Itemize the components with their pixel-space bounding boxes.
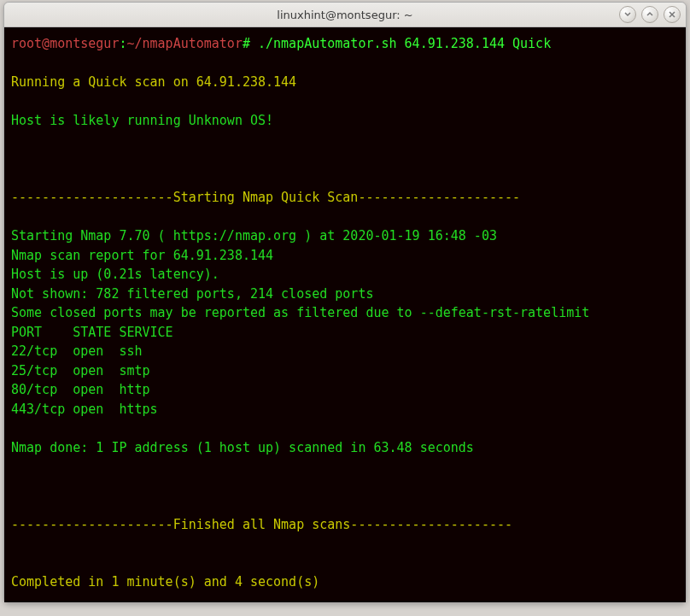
close-button[interactable] <box>664 6 681 23</box>
command-text: ./nmapAutomator.sh 64.91.238.144 Quick <box>250 36 551 51</box>
starting-divider: ---------------------Starting Nmap Quick… <box>11 190 520 205</box>
nmap-line-6: PORT STATE SERVICE <box>11 325 173 340</box>
close-icon <box>668 10 676 19</box>
nmap-line-8: 25/tcp open smtp <box>11 363 150 378</box>
finished-divider: ---------------------Finished all Nmap s… <box>11 517 512 532</box>
minimize-icon <box>623 10 632 19</box>
prompt-path: ~/nmapAutomator <box>126 36 242 51</box>
host-os-line: Host is likely running Unknown OS! <box>11 113 273 128</box>
terminal-window: linuxhint@montsegur: ~ root@montsegur:~/… <box>3 2 687 603</box>
nmap-line-3: Host is up (0.21s latency). <box>11 267 219 282</box>
titlebar[interactable]: linuxhint@montsegur: ~ <box>4 3 686 27</box>
minimize-button[interactable] <box>619 6 636 23</box>
nmap-line-7: 22/tcp open ssh <box>11 343 143 359</box>
nmap-line-5: Some closed ports may be reported as fil… <box>11 305 589 320</box>
terminal-body[interactable]: root@montsegur:~/nmapAutomator# ./nmapAu… <box>4 27 686 602</box>
maximize-icon <box>646 10 654 19</box>
nmap-line-9: 80/tcp open http <box>11 382 150 397</box>
maximize-button[interactable] <box>641 6 658 23</box>
nmap-done-line: Nmap done: 1 IP address (1 host up) scan… <box>11 440 474 455</box>
nmap-line-2: Nmap scan report for 64.91.238.144 <box>11 248 273 263</box>
window-title: linuxhint@montsegur: ~ <box>277 9 412 21</box>
completed-line: Completed in 1 minute(s) and 4 second(s) <box>11 574 319 590</box>
prompt-user-host: root@montsegur <box>11 36 119 51</box>
nmap-line-1: Starting Nmap 7.70 ( https://nmap.org ) … <box>11 228 497 243</box>
nmap-line-10: 443/tcp open https <box>11 402 158 417</box>
window-buttons <box>619 6 681 23</box>
prompt-hash: # <box>243 36 250 51</box>
nmap-line-4: Not shown: 782 filtered ports, 214 close… <box>11 286 373 302</box>
running-line: Running a Quick scan on 64.91.238.144 <box>11 74 296 90</box>
